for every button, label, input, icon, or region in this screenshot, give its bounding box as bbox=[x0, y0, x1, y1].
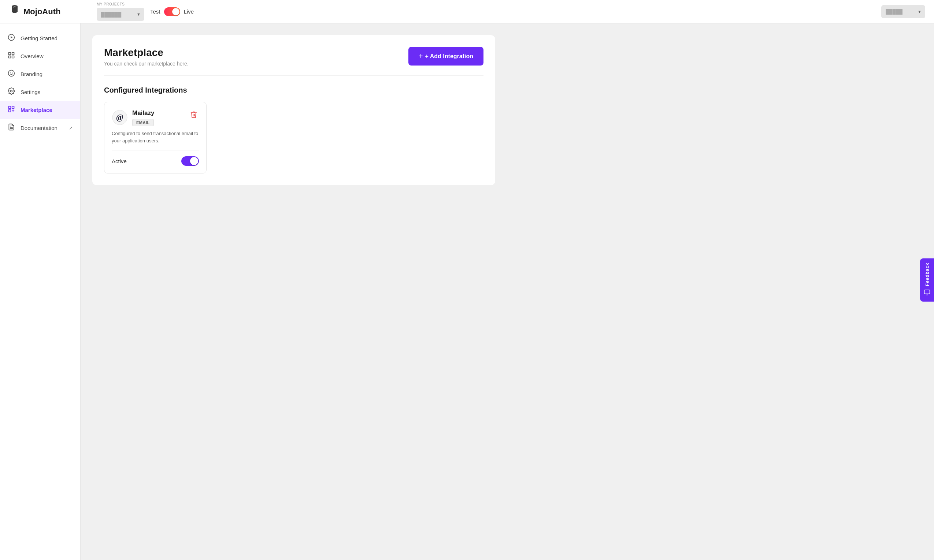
my-projects-label: MY PROJECTS bbox=[97, 2, 125, 6]
external-link-icon: ➚ bbox=[69, 125, 73, 131]
integration-footer: Active bbox=[112, 156, 199, 166]
sidebar-item-settings[interactable]: Settings bbox=[0, 83, 80, 101]
live-label: Live bbox=[184, 8, 194, 15]
logo-text: MojoAuth bbox=[23, 7, 60, 17]
configured-integrations-section: Configured Integrations @ bbox=[104, 86, 484, 174]
svg-rect-10 bbox=[9, 106, 11, 109]
test-live-toggle: Test Live bbox=[150, 7, 194, 16]
integration-badge: EMAIL bbox=[132, 119, 154, 126]
header-right-chevron-icon: ▼ bbox=[917, 9, 922, 14]
add-integration-label: + Add Integration bbox=[425, 53, 473, 60]
smile-icon bbox=[7, 69, 15, 79]
logo-icon bbox=[9, 5, 20, 18]
integration-card-header: @ Mailazy EMAIL bbox=[112, 109, 199, 126]
settings-icon bbox=[7, 88, 15, 97]
feedback-icon bbox=[924, 289, 930, 297]
sidebar-item-overview[interactable]: Overview bbox=[0, 47, 80, 65]
svg-rect-5 bbox=[12, 56, 14, 58]
main-card: Marketplace You can check our marketplac… bbox=[92, 35, 495, 185]
sidebar-item-settings-label: Settings bbox=[20, 89, 40, 95]
delete-integration-button[interactable] bbox=[189, 109, 199, 120]
project-dropdown-button[interactable]: ██████ ▼ bbox=[97, 8, 144, 21]
integration-info: @ Mailazy EMAIL bbox=[112, 109, 154, 126]
integration-card-mailazy: @ Mailazy EMAIL bbox=[104, 102, 207, 174]
sidebar-item-documentation-label: Documentation bbox=[20, 125, 57, 131]
header-center: MY PROJECTS ██████ ▼ Test Live bbox=[82, 2, 881, 21]
integration-name: Mailazy bbox=[132, 109, 154, 117]
page-title: Marketplace bbox=[104, 47, 189, 58]
sidebar-item-branding-label: Branding bbox=[20, 71, 43, 77]
header-right-dropdown[interactable]: █████ ▼ bbox=[881, 5, 925, 18]
sidebar-item-getting-started-label: Getting Started bbox=[20, 35, 57, 42]
sidebar-item-marketplace[interactable]: Marketplace bbox=[0, 101, 80, 119]
marketplace-icon bbox=[7, 105, 15, 115]
svg-marker-1 bbox=[11, 36, 12, 39]
active-toggle-knob bbox=[190, 157, 198, 165]
header-right: █████ ▼ bbox=[881, 5, 925, 18]
svg-point-6 bbox=[8, 70, 15, 77]
plus-icon: + bbox=[419, 52, 423, 60]
sidebar-item-branding[interactable]: Branding bbox=[0, 65, 80, 83]
feedback-label: Feedback bbox=[925, 263, 930, 286]
svg-point-9 bbox=[11, 91, 12, 92]
logo-area: MojoAuth bbox=[9, 5, 82, 18]
svg-rect-11 bbox=[12, 106, 14, 109]
svg-text:@: @ bbox=[116, 112, 123, 122]
content-area: Marketplace You can check our marketplac… bbox=[80, 23, 934, 560]
grid-icon bbox=[7, 52, 15, 61]
feedback-inner[interactable]: Feedback bbox=[920, 258, 934, 302]
sidebar-item-getting-started[interactable]: Getting Started bbox=[0, 29, 80, 47]
project-dropdown-value: ██████ bbox=[101, 12, 121, 17]
card-header: Marketplace You can check our marketplac… bbox=[104, 47, 484, 76]
test-label: Test bbox=[150, 8, 160, 15]
sidebar-item-documentation[interactable]: Documentation ➚ bbox=[0, 119, 80, 137]
project-dropdown-wrapper: MY PROJECTS ██████ ▼ bbox=[97, 2, 144, 21]
project-dropdown-chevron-icon: ▼ bbox=[137, 12, 141, 17]
sidebar: Getting Started Overview Branding bbox=[0, 23, 80, 560]
svg-rect-3 bbox=[12, 53, 14, 55]
page-subtitle: You can check our marketplace here. bbox=[104, 61, 189, 67]
file-text-icon bbox=[7, 123, 15, 132]
mailazy-logo-icon: @ bbox=[112, 109, 128, 126]
toggle-knob bbox=[172, 8, 179, 15]
page-header-text: Marketplace You can check our marketplac… bbox=[104, 47, 189, 67]
integration-details: Mailazy EMAIL bbox=[132, 109, 154, 126]
sidebar-item-overview-label: Overview bbox=[20, 53, 43, 59]
main-layout: Getting Started Overview Branding bbox=[0, 23, 934, 560]
active-toggle-switch[interactable] bbox=[181, 156, 199, 166]
header-right-value: █████ bbox=[886, 9, 903, 14]
svg-rect-19 bbox=[925, 290, 930, 294]
play-circle-icon bbox=[7, 34, 15, 43]
configured-integrations-title: Configured Integrations bbox=[104, 86, 484, 94]
add-integration-button[interactable]: + + Add Integration bbox=[408, 47, 484, 66]
svg-rect-2 bbox=[9, 53, 11, 55]
sidebar-item-marketplace-label: Marketplace bbox=[20, 107, 52, 113]
feedback-tab[interactable]: Feedback bbox=[920, 258, 934, 302]
header: MojoAuth MY PROJECTS ██████ ▼ Test Live … bbox=[0, 0, 934, 23]
svg-rect-12 bbox=[9, 110, 11, 112]
active-label: Active bbox=[112, 158, 127, 165]
integration-description: Configured to send transactional email t… bbox=[112, 130, 199, 151]
svg-rect-4 bbox=[9, 56, 11, 58]
test-live-toggle-switch[interactable] bbox=[164, 7, 180, 16]
